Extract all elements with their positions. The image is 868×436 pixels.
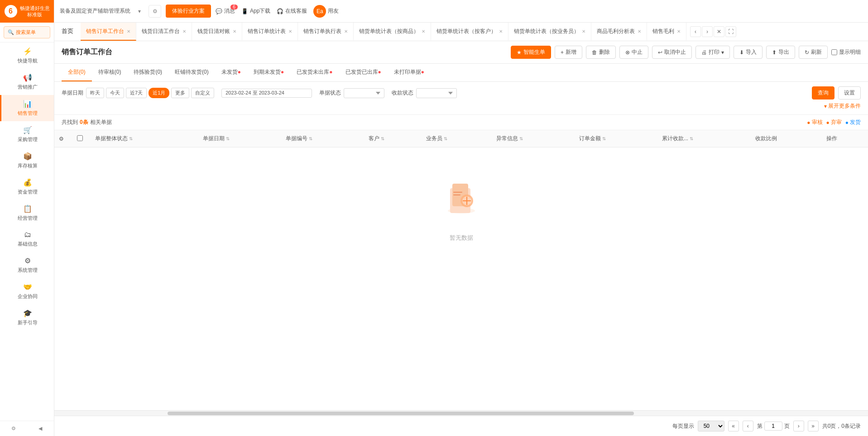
sidebar-collapse-button[interactable]: ◀: [27, 421, 54, 436]
tab-home[interactable]: 首页: [54, 23, 81, 41]
tab-next-button[interactable]: ›: [702, 26, 713, 37]
search-menu-button[interactable]: 🔍 搜索菜单: [4, 26, 50, 38]
scrollbar-thumb[interactable]: [168, 412, 634, 415]
date-range-field[interactable]: [221, 89, 312, 98]
th-abnormal[interactable]: 异常信息: [492, 130, 575, 147]
tab-sales-workbench[interactable]: 销售订单工作台 ✕: [81, 23, 136, 41]
tab-prev-button[interactable]: ‹: [690, 26, 701, 37]
filter-tab-pending-inspect[interactable]: 待拣验货(0): [127, 64, 168, 81]
th-number[interactable]: 单据编号: [281, 130, 364, 147]
online-service-button[interactable]: 🎧 在线客服: [277, 7, 307, 15]
tab-close-sales-stats[interactable]: ✕: [288, 29, 292, 34]
th-ratio[interactable]: 收款比例: [751, 130, 822, 147]
page-input[interactable]: [764, 422, 782, 431]
tab-close-all-button[interactable]: ✕: [714, 26, 724, 37]
system-dropdown-button[interactable]: ▾: [135, 7, 144, 16]
tab-sales-profit[interactable]: 销售毛利 ✕: [647, 23, 686, 41]
tab-cash-daily[interactable]: 钱货日清工作台 ✕: [136, 23, 192, 41]
tab-close-sales-summary3[interactable]: ✕: [582, 29, 585, 34]
th-amount[interactable]: 订单金额: [575, 130, 657, 147]
filter-tab-not-printed[interactable]: 未打印单据●: [388, 64, 431, 81]
tab-close-sales-summary2[interactable]: ✕: [499, 29, 503, 34]
show-detail-checkbox[interactable]: [831, 49, 837, 55]
cancel-stop-button[interactable]: ↩ 取消中止: [652, 46, 692, 59]
th-salesman-sort[interactable]: 业务员: [426, 135, 487, 142]
tab-sales-stats[interactable]: 销售订单统计表 ✕: [242, 23, 298, 41]
tab-close-sales-summary1[interactable]: ✕: [422, 29, 425, 34]
status-select[interactable]: [344, 88, 384, 98]
sidebar-item-system[interactable]: ⚙ 系统管理: [0, 252, 54, 278]
tab-close-cash-daily[interactable]: ✕: [182, 29, 186, 34]
sidebar-item-basic[interactable]: 🗂 基础信息: [0, 226, 54, 252]
date-btn-1month[interactable]: 近1月: [149, 88, 169, 98]
th-date-sort[interactable]: 单据日期: [203, 135, 277, 142]
th-salesman[interactable]: 业务员: [422, 130, 492, 147]
th-collected[interactable]: 累计收款...: [657, 130, 751, 147]
th-collected-sort[interactable]: 累计收款...: [662, 135, 746, 142]
refresh-button[interactable]: ↻ 刷新: [799, 46, 828, 59]
audit-action-button[interactable]: ● 审核: [807, 118, 822, 126]
tab-sales-summary2[interactable]: 销货单统计表（按客户） ✕: [431, 23, 508, 41]
th-status[interactable]: 单据整体状态: [91, 130, 198, 147]
import-button[interactable]: ⬇ 导入: [734, 46, 762, 59]
sidebar-item-purchase[interactable]: 🛒 采购管理: [0, 121, 54, 147]
th-settings[interactable]: ⚙: [54, 130, 72, 147]
filter-tab-all[interactable]: 全部(0): [62, 64, 92, 81]
tab-sales-summary1[interactable]: 销货单统计表（按商品） ✕: [354, 23, 431, 41]
print-button[interactable]: 🖨 打印 ▾: [695, 46, 730, 59]
tab-close-cash-reconcile[interactable]: ✕: [233, 29, 236, 34]
date-btn-more[interactable]: 更多: [171, 88, 189, 98]
sidebar-item-inventory[interactable]: 📦 库存核算: [0, 147, 54, 174]
horizontal-scrollbar[interactable]: [54, 410, 868, 416]
settings-search-button[interactable]: 设置: [838, 86, 861, 100]
first-page-button[interactable]: «: [728, 421, 739, 431]
tab-sales-exec[interactable]: 销售订单执行表 ✕: [298, 23, 354, 41]
select-all-checkbox[interactable]: [77, 135, 83, 141]
prev-page-button[interactable]: ‹: [743, 421, 753, 431]
tab-close-sales-workbench[interactable]: ✕: [127, 29, 130, 34]
tab-close-sales-profit[interactable]: ✕: [677, 29, 681, 34]
filter-tab-pending-audit[interactable]: 待审核(0): [92, 64, 128, 81]
topbar-settings-button[interactable]: ⚙: [149, 5, 161, 18]
date-btn-today[interactable]: 今天: [106, 88, 124, 98]
per-page-select[interactable]: 50 100 200: [698, 421, 724, 431]
th-date[interactable]: 单据日期: [198, 130, 281, 147]
date-btn-7days[interactable]: 近7天: [126, 88, 147, 98]
sidebar-item-newbie[interactable]: 🎓 新手引导: [0, 304, 54, 331]
th-amount-sort[interactable]: 订单金额: [579, 135, 653, 142]
th-number-sort[interactable]: 单据编号: [286, 135, 360, 142]
export-button[interactable]: ⬆ 导出: [766, 46, 795, 59]
tab-margin-analysis[interactable]: 商品毛利分析表 ✕: [591, 23, 647, 41]
payment-select[interactable]: [416, 88, 457, 98]
sidebar-item-marketing[interactable]: 📢 营销推广: [0, 69, 54, 95]
solution-button[interactable]: 体验行业方案: [166, 5, 211, 18]
sidebar-settings-button[interactable]: ⚙: [0, 421, 27, 436]
filter-tab-overdue-not-shipped[interactable]: 到期未发货●: [247, 64, 290, 81]
th-status-sort[interactable]: 单据整体状态: [95, 135, 194, 142]
tab-cash-reconcile[interactable]: 钱货日清对账 ✕: [192, 23, 242, 41]
tab-sales-summary3[interactable]: 销货单统计表（按业务员） ✕: [508, 23, 591, 41]
date-btn-custom[interactable]: 自定义: [191, 88, 214, 98]
tab-close-margin-analysis[interactable]: ✕: [638, 29, 641, 34]
stop-button[interactable]: ⊗ 中止: [619, 46, 648, 59]
sidebar-item-sales[interactable]: 📊 销售管理: [0, 95, 54, 121]
th-customer-sort[interactable]: 客户: [369, 135, 417, 142]
filter-tab-shipped-not-out[interactable]: 已发货未出库●: [290, 64, 339, 81]
smart-gen-button[interactable]: ★ 智能生单: [511, 46, 551, 59]
sidebar-item-operation[interactable]: 📋 经营管理: [0, 200, 54, 226]
expand-conditions-button[interactable]: ▾ 展开更多条件: [824, 102, 861, 110]
th-abnormal-sort[interactable]: 异常信息: [496, 135, 570, 142]
tab-maximize-button[interactable]: ⛶: [725, 26, 736, 37]
filter-tab-shipped-out[interactable]: 已发货已出库●: [339, 64, 388, 81]
app-download-button[interactable]: 📱 App下载: [241, 7, 270, 15]
th-checkbox[interactable]: [72, 130, 91, 147]
filter-tab-not-shipped[interactable]: 未发货●: [215, 64, 247, 81]
ship-action-button[interactable]: ● 发货: [845, 118, 861, 126]
filter-tab-wangpu[interactable]: 旺铺待发货(0): [168, 64, 215, 81]
message-button[interactable]: 💬 消息 6: [216, 7, 235, 15]
delete-button[interactable]: 🗑 删除: [586, 46, 616, 59]
show-detail-toggle[interactable]: 显示明细: [831, 48, 861, 56]
query-button[interactable]: 查询: [812, 86, 834, 100]
sidebar-item-quick-nav[interactable]: ⚡ 快捷导航: [0, 43, 54, 69]
user-menu-button[interactable]: Ea 用友: [313, 5, 339, 18]
